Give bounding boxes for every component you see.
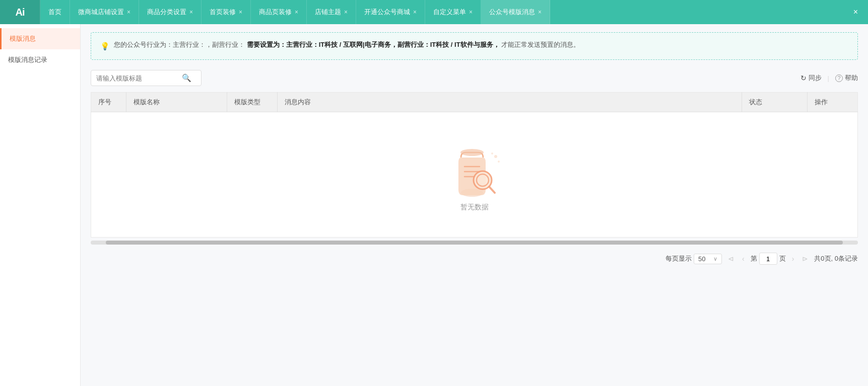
- top-nav: Ai 首页 微商城店铺设置 × 商品分类设置 × 首页装修 × 商品页装修 × …: [0, 0, 868, 24]
- nav-tab-home-decor-label: 首页装修: [210, 8, 236, 17]
- nav-tab-product-page[interactable]: 商品页装修 ×: [251, 0, 307, 24]
- last-page-button[interactable]: ⊳: [800, 254, 810, 264]
- help-button[interactable]: ? 帮助: [835, 73, 858, 83]
- nav-tab-template-msg-close[interactable]: ×: [538, 9, 542, 16]
- notice-text-suffix: 才能正常发送预置的消息。: [501, 41, 580, 48]
- col-actions: 操作: [808, 93, 858, 112]
- search-box: 🔍: [91, 70, 202, 86]
- nav-tab-home-decor[interactable]: 首页装修 ×: [202, 0, 251, 24]
- nav-tab-wechat-shop-close[interactable]: ×: [127, 9, 130, 16]
- empty-text: 暂无数据: [460, 203, 489, 212]
- help-icon: ?: [835, 74, 843, 82]
- sync-label: 同步: [809, 73, 822, 83]
- nav-tab-open-mall-label: 开通公众号商城: [364, 8, 410, 17]
- main-layout: 模版消息 模版消息记录 💡 您的公众号行业为：主营行业：，副营行业： 需要设置为…: [0, 24, 868, 386]
- search-button[interactable]: 🔍: [182, 73, 191, 83]
- nav-tab-shop-theme-close[interactable]: ×: [344, 9, 348, 16]
- sidebar-item-template-msg-records-label: 模版消息记录: [8, 56, 47, 63]
- col-content: 消息内容: [278, 93, 742, 112]
- nav-tab-shop-theme-label: 店铺主题: [315, 8, 341, 17]
- page-number-input[interactable]: [759, 253, 777, 265]
- page-size-label: 每页显示: [665, 254, 692, 263]
- next-page-button[interactable]: ›: [790, 254, 796, 264]
- page-input-box: 第 页: [751, 253, 786, 265]
- prev-page-button[interactable]: ‹: [740, 254, 747, 264]
- nav-tab-product-category-label: 商品分类设置: [147, 8, 186, 17]
- nav-close-all-button[interactable]: ×: [843, 8, 868, 17]
- toolbar-right: ↻ 同步 | ? 帮助: [800, 73, 858, 83]
- sidebar: 模版消息 模版消息记录: [0, 24, 81, 386]
- nav-tab-custom-menu-label: 自定义菜单: [433, 8, 466, 17]
- nav-tab-home-decor-close[interactable]: ×: [239, 9, 242, 16]
- page-size-select: 每页显示 50 ∨: [665, 254, 722, 264]
- pagination-row: 每页显示 50 ∨ ⊲ ‹ 第 页 › ⊳ 共0页, 0条记录: [91, 251, 858, 267]
- nav-tab-shop-theme[interactable]: 店铺主题 ×: [307, 0, 356, 24]
- col-index: 序号: [91, 93, 126, 112]
- nav-tab-home-label: 首页: [48, 8, 61, 17]
- nav-tab-product-category[interactable]: 商品分类设置 ×: [139, 0, 202, 24]
- nav-tab-product-page-close[interactable]: ×: [295, 9, 298, 16]
- col-type: 模版类型: [227, 93, 278, 112]
- content-area: 💡 您的公众号行业为：主营行业：，副营行业： 需要设置为：主营行业：IT科技 /…: [81, 24, 868, 386]
- nav-tab-template-msg[interactable]: 公众号模版消息 ×: [481, 0, 550, 24]
- nav-logo: Ai: [0, 0, 40, 24]
- toolbar-divider: |: [828, 74, 829, 82]
- notice-text-prefix: 您的公众号行业为：主营行业：，副营行业：: [114, 41, 245, 48]
- notice-box: 💡 您的公众号行业为：主营行业：，副营行业： 需要设置为：主营行业：IT科技 /…: [91, 32, 858, 60]
- svg-point-10: [491, 152, 493, 155]
- table-header-row: 序号 模版名称 模版类型 消息内容 状态 操作: [91, 93, 858, 112]
- empty-row: 暂无数据: [91, 112, 858, 238]
- sidebar-item-template-msg-label: 模版消息: [10, 35, 36, 42]
- search-input[interactable]: [96, 74, 182, 82]
- empty-state: 暂无数据: [91, 112, 857, 237]
- page-size-dropdown[interactable]: 50 ∨: [694, 254, 722, 264]
- nav-tab-home[interactable]: 首页: [40, 0, 70, 24]
- svg-line-7: [489, 187, 495, 193]
- notice-text: 您的公众号行业为：主营行业：，副营行业： 需要设置为：主营行业：IT科技 / 互…: [114, 40, 580, 50]
- nav-tab-product-page-label: 商品页装修: [259, 8, 292, 17]
- page-suffix-label: 页: [779, 254, 786, 263]
- search-row: 🔍 ↻ 同步 | ? 帮助: [91, 70, 858, 86]
- nav-tab-custom-menu[interactable]: 自定义菜单 ×: [425, 0, 481, 24]
- nav-tab-template-msg-label: 公众号模版消息: [489, 8, 535, 17]
- nav-tab-open-mall[interactable]: 开通公众号商城 ×: [356, 0, 425, 24]
- nav-tab-product-category-close[interactable]: ×: [189, 9, 193, 16]
- page-prefix-label: 第: [751, 254, 757, 263]
- data-table: 序号 模版名称 模版类型 消息内容 状态 操作: [91, 92, 858, 238]
- nav-tab-wechat-shop-label: 微商城店铺设置: [78, 8, 124, 17]
- nav-tab-wechat-shop[interactable]: 微商城店铺设置 ×: [70, 0, 139, 24]
- col-name: 模版名称: [126, 93, 227, 112]
- sidebar-item-template-msg[interactable]: 模版消息: [0, 28, 80, 49]
- sync-icon: ↻: [800, 74, 807, 82]
- sidebar-item-template-msg-records[interactable]: 模版消息记录: [0, 49, 80, 70]
- app-logo: Ai: [16, 7, 25, 18]
- dropdown-icon: ∨: [713, 256, 717, 262]
- first-page-button[interactable]: ⊲: [726, 254, 736, 264]
- notice-text-highlight: 需要设置为：主营行业：IT科技 / 互联网|电子商务，副营行业：IT科技 / I…: [247, 41, 500, 48]
- notice-icon: 💡: [100, 40, 110, 52]
- svg-point-1: [460, 149, 484, 156]
- empty-illustration: [444, 142, 505, 203]
- svg-point-8: [494, 155, 497, 158]
- scroll-track[interactable]: [91, 241, 858, 245]
- scroll-thumb: [106, 241, 842, 245]
- nav-tab-open-mall-close[interactable]: ×: [413, 9, 417, 16]
- nav-tab-custom-menu-close[interactable]: ×: [469, 9, 473, 16]
- col-status: 状态: [742, 93, 808, 112]
- page-size-value: 50: [698, 255, 705, 263]
- sync-button[interactable]: ↻ 同步: [800, 73, 822, 83]
- svg-point-9: [498, 161, 500, 163]
- help-label: 帮助: [845, 73, 858, 83]
- total-info: 共0页, 0条记录: [814, 254, 858, 263]
